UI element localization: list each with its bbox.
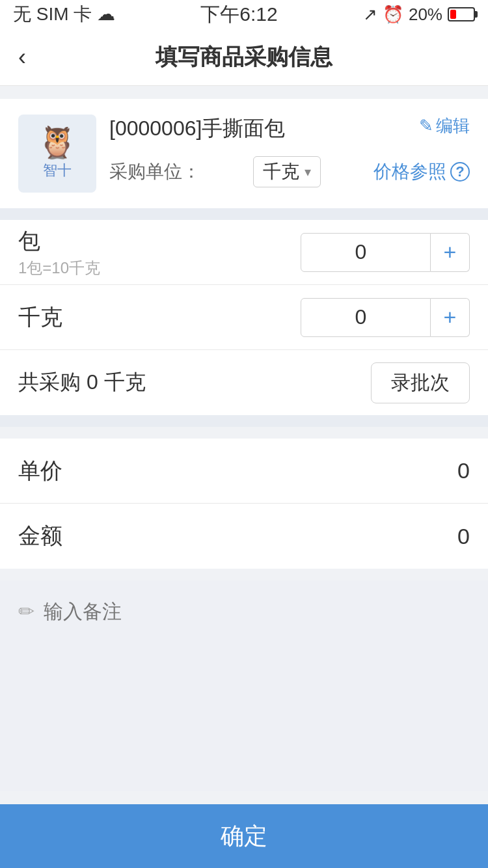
price-ref-label: 价格参照 [373, 159, 446, 184]
price-ref-button[interactable]: 价格参照 ? [373, 159, 470, 184]
battery-icon [448, 7, 475, 21]
kg-plus-button[interactable]: + [431, 298, 470, 337]
nav-bar: ‹ 填写商品采购信息 [0, 29, 488, 86]
price-ref-help-icon: ? [450, 162, 470, 182]
unit-price-label: 单价 [18, 456, 62, 486]
bag-quantity-input[interactable] [301, 233, 431, 272]
no-sim-label: 无 SIM 卡 ☁ [13, 2, 115, 27]
confirm-button[interactable]: 确定 [0, 804, 488, 868]
battery-percent: 20% [409, 5, 442, 25]
product-unit-row: 采购单位： 千克 ▾ 价格参照 ? [109, 156, 470, 187]
bag-quantity-row: 包 1包=10千克 + [0, 220, 488, 285]
price-section: 单价 0 金额 0 [0, 439, 488, 569]
kg-input-right: + [301, 298, 470, 337]
section-divider-1 [0, 208, 488, 220]
bag-label: 包 1包=10千克 [18, 226, 122, 278]
status-right: ↗ ⏰ 20% [363, 5, 475, 25]
section-divider-2 [0, 415, 488, 427]
unit-price-row: 单价 0 [0, 439, 488, 504]
battery-fill [450, 10, 456, 19]
bag-input-right: + [301, 233, 470, 272]
bottom-spacer [0, 661, 488, 791]
quantity-section: 包 1包=10千克 + 千克 + [0, 220, 488, 350]
summary-text: 共采购 0 千克 [18, 368, 146, 397]
product-card: 🦉 智十 [0000006]手撕面包 ✎ 编辑 采购单位： 千克 ▾ 价格参照 … [0, 99, 488, 208]
amount-value: 0 [457, 524, 470, 549]
product-image-label: 智十 [43, 161, 72, 180]
alarm-icon: ⏰ [383, 5, 403, 25]
unit-label: 采购单位： [109, 159, 200, 184]
product-name: [0000006]手撕面包 [109, 115, 285, 143]
unit-dropdown-arrow: ▾ [305, 164, 311, 180]
kg-quantity-input[interactable] [301, 298, 431, 337]
bag-label-sub: 1包=10千克 [18, 258, 122, 278]
unit-price-value: 0 [457, 458, 470, 483]
notes-section: ✏ [0, 580, 488, 661]
edit-icon: ✎ [419, 116, 433, 136]
kg-label: 千克 [18, 303, 122, 332]
kg-label-main: 千克 [18, 303, 122, 332]
unit-select[interactable]: 千克 ▾ [253, 156, 321, 187]
batch-button[interactable]: 录批次 [371, 362, 470, 403]
unit-value: 千克 [263, 159, 299, 184]
notes-input[interactable] [44, 599, 470, 643]
back-button[interactable]: ‹ [18, 44, 26, 71]
bag-plus-button[interactable]: + [431, 233, 470, 272]
status-bar: 无 SIM 卡 ☁ 下午6:12 ↗ ⏰ 20% [0, 0, 488, 29]
status-left: 无 SIM 卡 ☁ [13, 2, 115, 27]
summary-row: 共采购 0 千克 录批次 [0, 350, 488, 415]
product-owl-icon: 🦉 [38, 127, 77, 158]
status-time: 下午6:12 [200, 1, 277, 28]
product-image: 🦉 智十 [18, 115, 96, 193]
amount-label: 金额 [18, 521, 62, 551]
product-header: [0000006]手撕面包 ✎ 编辑 [109, 115, 470, 143]
amount-row: 金额 0 [0, 504, 488, 569]
location-icon: ↗ [363, 5, 377, 25]
pencil-icon: ✏ [18, 600, 34, 623]
product-info: [0000006]手撕面包 ✎ 编辑 采购单位： 千克 ▾ 价格参照 ? [109, 115, 470, 187]
kg-quantity-row: 千克 + [0, 285, 488, 350]
bag-label-main: 包 [18, 226, 122, 256]
product-edit-button[interactable]: ✎ 编辑 [419, 115, 470, 137]
edit-label: 编辑 [436, 115, 470, 137]
page-title: 填写商品采购信息 [156, 42, 332, 72]
